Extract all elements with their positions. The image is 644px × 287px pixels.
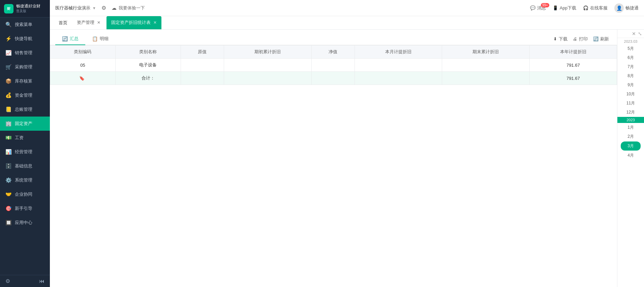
date-month-5月[interactable]: 5月 (617, 44, 644, 53)
experience-label: 我要体验一下 (119, 5, 145, 11)
main-area: 医疗器械行业演示 ▼ ⚙ ☁ 我要体验一下 💬 消息 99+ 📱 App下载 🎧… (50, 0, 644, 287)
close-active-tab-icon[interactable]: ✕ (153, 20, 157, 25)
summary-row: 🔖 合计： 791.67 (50, 72, 617, 85)
sidebar-label-quick-nav: 快捷导航 (15, 36, 32, 42)
date-month-8月[interactable]: 8月 (617, 71, 644, 81)
online-service-label: 在线客服 (590, 5, 608, 11)
sidebar-item-app-center[interactable]: 🔲应用中心 (0, 216, 50, 230)
sidebar-item-purchase[interactable]: 🛒采购管理 (0, 60, 50, 74)
user-name: 畅捷通 (625, 5, 639, 11)
sidebar-label-sales: 销售管理 (15, 50, 32, 56)
operations-icon: 📊 (5, 149, 11, 155)
app-download-button[interactable]: 📱 App下载 (553, 5, 576, 11)
sidebar-item-base-info[interactable]: 🗄️基础信息 (0, 159, 50, 173)
summary-label: 合计： (115, 72, 181, 85)
col-monthly: 本月计提折旧 (355, 45, 442, 59)
tab-asset-management[interactable]: 资产管理 ✕ (72, 16, 105, 29)
date-month-3月[interactable]: 3月 (621, 141, 641, 151)
date-list: 2023.035月6月7月8月9月10月11月12月20231月2月3月4月 (617, 38, 644, 287)
cell-original (181, 59, 224, 72)
app-version: 普及版 (16, 9, 40, 13)
close-tab-icon[interactable]: ✕ (97, 20, 100, 25)
inventory-icon: 📦 (5, 78, 11, 84)
col-initial-accum: 期初累计折旧 (224, 45, 311, 59)
table-container: 类别编码 类别名称 原值 期初累计折旧 净值 本月计提折旧 期末累计折旧 本年计… (50, 45, 617, 287)
date-month-4月[interactable]: 4月 (617, 151, 644, 160)
summary-original (181, 72, 224, 85)
top-nav-right: 💬 消息 99+ 📱 App下载 🎧 在线客服 👤 畅捷通 (530, 3, 639, 13)
company-selector[interactable]: 医疗器械行业演示 ▼ (55, 5, 96, 11)
sidebar-label-ledger: 总账管理 (15, 106, 32, 113)
date-month-9月[interactable]: 9月 (617, 81, 644, 90)
sidebar-item-search[interactable]: 🔍搜索菜单 (0, 18, 50, 32)
sidebar-item-payroll[interactable]: 💵工资 (0, 131, 50, 145)
tab-home[interactable]: 首页 (55, 20, 71, 26)
date-month-1月[interactable]: 1月 (617, 123, 644, 132)
tab-label: 资产管理 (77, 20, 94, 26)
settings-icon[interactable]: ⚙ (101, 5, 106, 11)
sidebar-item-quick-nav[interactable]: ⚡快捷导航 (0, 32, 50, 46)
sidebar-item-enterprise[interactable]: 🤝企业协同 (0, 187, 50, 201)
col-period-end: 期末累计折旧 (442, 45, 529, 59)
refresh-button[interactable]: 🔄 刷新 (593, 36, 609, 42)
sidebar-label-base-info: 基础信息 (15, 163, 32, 169)
summary-period-end (442, 72, 529, 85)
toolbar: ⬇ 下载 🖨 打印 🔄 刷新 (553, 36, 612, 42)
cell-annual: 791.67 (529, 59, 617, 72)
app-download-label: App下载 (560, 5, 576, 11)
sidebar-item-operations[interactable]: 📊经营管理 (0, 145, 50, 159)
sidebar-label-payroll: 工资 (15, 135, 24, 141)
cell-monthly (355, 59, 442, 72)
right-panel-header: ✕ ⤡ (617, 30, 644, 38)
tab-detail[interactable]: 📋 明细 (85, 33, 115, 45)
collapse-icon[interactable]: ⏮ (39, 278, 44, 284)
sidebar-item-ledger[interactable]: 📒总账管理 (0, 102, 50, 117)
quick-nav-icon: ⚡ (5, 36, 11, 42)
sidebar-label-guide: 新手引导 (15, 205, 32, 212)
sidebar-item-fixed-asset[interactable]: 🏢固定资产 (0, 117, 50, 131)
sidebar-item-sales[interactable]: 📈销售管理 (0, 46, 50, 60)
expand-panel-icon[interactable]: ⤡ (638, 31, 642, 36)
user-profile[interactable]: 👤 畅捷通 (614, 3, 639, 13)
payroll-icon: 💵 (5, 135, 11, 141)
experience-button[interactable]: ☁ 我要体验一下 (112, 5, 145, 11)
sidebar-item-guide[interactable]: 🎯新手引导 (0, 201, 50, 216)
download-icon: 📱 (553, 5, 558, 10)
table-row: 05 电子设备 791.67 (50, 59, 617, 72)
sidebar-item-system[interactable]: ⚙️系统管理 (0, 173, 50, 187)
cell-period-end (442, 59, 529, 72)
chevron-down-icon: ▼ (92, 6, 96, 10)
tab-fixed-asset-depreciation[interactable]: 固定资产折旧统计表 ✕ (106, 16, 161, 29)
close-panel-icon[interactable]: ✕ (632, 31, 636, 36)
sidebar-label-search: 搜索菜单 (15, 22, 32, 28)
summary-initial-accum (224, 72, 311, 85)
sidebar-label-inventory: 库存核算 (15, 78, 32, 84)
sidebar-bottom: ⚙ ⏮ (0, 275, 50, 287)
col-original: 原值 (181, 45, 224, 59)
base-info-icon: 🗄️ (5, 163, 11, 169)
sidebar-item-fund[interactable]: 💰资金管理 (0, 88, 50, 102)
right-panel: ✕ ⤡ 2023.035月6月7月8月9月10月11月12月20231月2月3月… (617, 30, 644, 287)
summary-tab-label: 汇总 (70, 36, 79, 42)
sidebar-item-inventory[interactable]: 📦库存核算 (0, 74, 50, 88)
messages-button[interactable]: 💬 消息 99+ (530, 5, 546, 11)
purchase-icon: 🛒 (5, 64, 11, 70)
online-service-button[interactable]: 🎧 在线客服 (583, 5, 608, 11)
date-year-2023[interactable]: 2023 (617, 117, 644, 123)
date-month-6月[interactable]: 6月 (617, 53, 644, 62)
tab-summary[interactable]: 🔄 汇总 (55, 33, 85, 45)
date-month-11月[interactable]: 11月 (617, 99, 644, 108)
date-month-10月[interactable]: 10月 (617, 90, 644, 99)
print-button[interactable]: 🖨 打印 (573, 36, 588, 42)
cell-name: 电子设备 (115, 59, 181, 72)
sidebar-label-system: 系统管理 (15, 177, 32, 183)
summary-monthly (355, 72, 442, 85)
date-month-12月[interactable]: 12月 (617, 108, 644, 117)
message-icon: 💬 (530, 5, 535, 10)
date-month-7月[interactable]: 7月 (617, 62, 644, 71)
sidebar-scroll: 🔍搜索菜单⚡快捷导航📈销售管理🛒采购管理📦库存核算💰资金管理📒总账管理🏢固定资产… (0, 18, 50, 275)
gear-icon[interactable]: ⚙ (5, 278, 10, 284)
date-month-2月[interactable]: 2月 (617, 132, 644, 141)
download-button[interactable]: ⬇ 下载 (553, 36, 568, 42)
summary-icon-cell: 🔖 (50, 72, 116, 85)
